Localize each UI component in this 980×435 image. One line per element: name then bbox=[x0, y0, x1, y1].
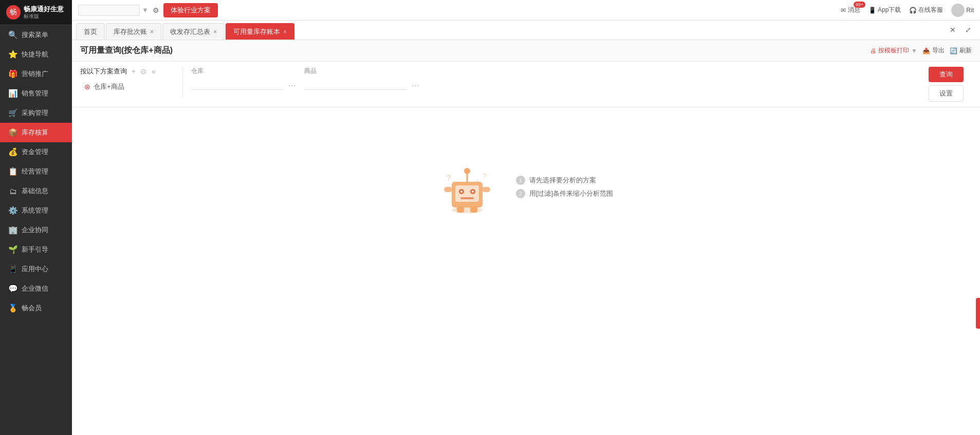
sidebar-item-operation[interactable]: 📋 经营管理 bbox=[0, 162, 72, 181]
scheme-item-warehouse-goods[interactable]: ⊛ 仓库+商品 bbox=[80, 80, 176, 93]
sidebar-scroll: 🔍 搜索菜单 ⭐ 快捷导航 🎁 营销推广 📊 销售管理 🛒 采购管理 📦 库存核… bbox=[0, 25, 72, 435]
empty-state-tips: 1 请先选择要分析的方案 2 用[过滤]条件来缩小分析范围 bbox=[516, 176, 613, 198]
sprout-icon: 🌱 bbox=[8, 245, 17, 254]
tabbar-expand-button[interactable]: ⤢ bbox=[963, 24, 974, 35]
tab-recv-summary[interactable]: 收发存汇总表 × bbox=[162, 23, 225, 40]
filter-warehouse-more-icon[interactable]: … bbox=[288, 79, 296, 88]
add-scheme-icon[interactable]: ＋ bbox=[130, 67, 137, 76]
query-button[interactable]: 查询 bbox=[929, 67, 964, 82]
industry-solution-button[interactable]: 体验行业方案 bbox=[163, 3, 218, 17]
filter-goods-label: 商品 bbox=[304, 67, 419, 75]
sidebar-item-label-wechat: 企业微信 bbox=[22, 284, 48, 293]
filter-goods-input[interactable] bbox=[304, 78, 407, 90]
svg-point-5 bbox=[460, 191, 463, 193]
search-input[interactable] bbox=[78, 5, 140, 16]
topbar: ▼ ⚙ 体验行业方案 ✉ 消息 99+ 📱 App下载 🎧 在线客服 Rit bbox=[72, 0, 980, 21]
empty-tip-1: 1 请先选择要分析的方案 bbox=[516, 176, 613, 185]
action-buttons: 查询 设置 bbox=[920, 67, 972, 102]
sidebar-item-label-operation: 经营管理 bbox=[22, 167, 48, 176]
chart-icon: 📊 bbox=[8, 89, 17, 98]
medal-icon: 🏅 bbox=[8, 304, 17, 313]
sidebar-item-label-newbie: 新手引导 bbox=[22, 245, 48, 254]
tab-batch-account[interactable]: 库存批次账 × bbox=[106, 23, 161, 40]
svg-rect-12 bbox=[457, 206, 464, 213]
page-title: 可用量查询(按仓库+商品) bbox=[80, 45, 173, 56]
sidebar-item-label-shortcut: 快捷导航 bbox=[22, 50, 48, 59]
cart-icon: 🛒 bbox=[8, 108, 17, 118]
message-button[interactable]: ✉ 消息 99+ bbox=[841, 6, 860, 14]
page-content: 可用量查询(按仓库+商品) 🖨 按模板打印 ▼ 📤 导出 🔄 刷新 bbox=[72, 40, 980, 435]
tabbar-right-controls: ✕ ⤢ bbox=[941, 20, 980, 40]
sidebar-item-appstore[interactable]: 📱 应用中心 bbox=[0, 259, 72, 279]
print-button[interactable]: 🖨 按模板打印 ▼ bbox=[870, 46, 917, 55]
tab-available-stock[interactable]: 可用量库存账本 × bbox=[226, 23, 294, 40]
sidebar-item-basic[interactable]: 🗂 基础信息 bbox=[0, 181, 72, 201]
sidebar-item-newbie[interactable]: 🌱 新手引导 bbox=[0, 240, 72, 259]
sidebar-item-label-system: 系统管理 bbox=[22, 206, 48, 215]
sidebar-item-enterprise[interactable]: 🏢 企业协同 bbox=[0, 220, 72, 240]
scheme-item-icon: ⊛ bbox=[84, 83, 90, 91]
sidebar-item-shortcut[interactable]: ⭐ 快捷导航 bbox=[0, 45, 72, 64]
settings-gear-icon[interactable]: ⚙ bbox=[153, 6, 159, 14]
svg-point-0 bbox=[452, 207, 483, 213]
chat-icon: 💬 bbox=[8, 284, 17, 293]
sidebar-item-purchase[interactable]: 🛒 采购管理 bbox=[0, 103, 72, 123]
sidebar-item-label-sales: 销售管理 bbox=[22, 89, 48, 98]
gear-icon: ⚙️ bbox=[8, 206, 17, 215]
filter-goods-group: 商品 … bbox=[304, 67, 419, 90]
tabbar: 首页 库存批次账 × 收发存汇总表 × 可用量库存账本 × ✕ ⤢ bbox=[72, 21, 980, 40]
sidebar-item-system[interactable]: ⚙️ 系统管理 bbox=[0, 201, 72, 220]
manage-scheme-icon[interactable]: ⊙ bbox=[140, 67, 146, 75]
phone-download-icon: 📱 bbox=[868, 7, 876, 14]
sidebar-item-inventory[interactable]: 📦 库存核算 bbox=[0, 123, 72, 142]
app-title: 畅康通好生意 bbox=[24, 5, 64, 13]
tab-home[interactable]: 首页 bbox=[76, 23, 105, 40]
svg-rect-2 bbox=[455, 185, 479, 202]
svg-point-6 bbox=[472, 191, 474, 193]
message-icon: ✉ bbox=[841, 7, 846, 14]
sidebar: 畅 畅康通好生意 标准版 🔍 搜索菜单 ⭐ 快捷导航 🎁 营销推广 📊 销售管理… bbox=[0, 0, 72, 435]
settings-button[interactable]: 设置 bbox=[929, 85, 964, 102]
refresh-button[interactable]: 🔄 刷新 bbox=[950, 46, 972, 55]
sidebar-item-finance[interactable]: 💰 资金管理 bbox=[0, 142, 72, 162]
refresh-icon: 🔄 bbox=[950, 47, 957, 54]
sidebar-item-label-marketing: 营销推广 bbox=[22, 69, 48, 79]
sidebar-item-search[interactable]: 🔍 搜索菜单 bbox=[0, 25, 72, 45]
user-avatar-area[interactable]: Rit bbox=[951, 4, 974, 17]
sidebar-item-label-purchase: 采购管理 bbox=[22, 108, 48, 118]
collapse-scheme-icon[interactable]: « bbox=[150, 67, 158, 75]
sidebar-item-sales[interactable]: 📊 销售管理 bbox=[0, 84, 72, 103]
filter-goods-more-icon[interactable]: … bbox=[411, 79, 419, 88]
tab-available-stock-close[interactable]: × bbox=[283, 28, 287, 35]
search-dropdown-icon[interactable]: ▼ bbox=[142, 6, 149, 14]
online-service-label: 在线客服 bbox=[918, 6, 943, 14]
online-service-button[interactable]: 🎧 在线客服 bbox=[909, 6, 943, 14]
export-button[interactable]: 📤 导出 bbox=[922, 46, 945, 55]
right-accent-bar bbox=[976, 298, 980, 329]
scheme-item-label: 仓库+商品 bbox=[94, 82, 124, 91]
export-icon: 📤 bbox=[922, 47, 930, 54]
print-dropdown-icon[interactable]: ▼ bbox=[911, 47, 917, 54]
tab-batch-account-close[interactable]: × bbox=[150, 28, 154, 35]
tab-recv-summary-close[interactable]: × bbox=[213, 28, 217, 35]
empty-tip-2-text: 用[过滤]条件来缩小分析范围 bbox=[529, 189, 613, 198]
empty-state: ? ? ? 1 请先选择要分析的方案 2 用[过滤]条件来缩小分析范围 bbox=[72, 107, 980, 215]
tab-available-stock-label: 可用量库存账本 bbox=[233, 27, 280, 36]
filter-warehouse-label: 仓库 bbox=[191, 67, 296, 75]
filter-warehouse-row: … bbox=[191, 78, 296, 90]
filter-goods-row: … bbox=[304, 78, 419, 90]
query-scheme-section: 按以下方案查询 ＋ ⊙ « ⊛ 仓库+商品 bbox=[80, 67, 183, 98]
svg-point-9 bbox=[464, 168, 470, 174]
sidebar-item-marketing[interactable]: 🎁 营销推广 bbox=[0, 64, 72, 84]
sidebar-item-wechat[interactable]: 💬 企业微信 bbox=[0, 279, 72, 298]
folder-icon: 🗂 bbox=[8, 187, 17, 196]
gift-icon: 🎁 bbox=[8, 69, 17, 79]
print-label: 按模板打印 bbox=[878, 46, 909, 55]
sidebar-item-label-finance: 资金管理 bbox=[22, 147, 48, 157]
tabbar-close-button[interactable]: ✕ bbox=[947, 24, 958, 35]
user-avatar bbox=[951, 4, 965, 17]
app-download-button[interactable]: 📱 App下载 bbox=[868, 6, 901, 14]
refresh-label: 刷新 bbox=[959, 46, 972, 55]
filter-warehouse-input[interactable] bbox=[191, 78, 284, 90]
sidebar-item-member[interactable]: 🏅 畅会员 bbox=[0, 298, 72, 318]
